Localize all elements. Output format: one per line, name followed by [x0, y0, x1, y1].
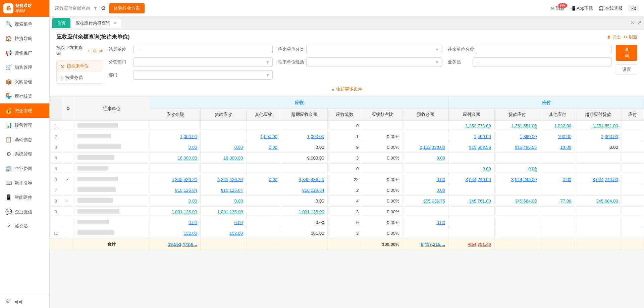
sidebar-item-system[interactable]: ⚙ 系统管理: [0, 147, 49, 161]
dept-manager-arrow: ▼: [265, 60, 270, 65]
main-area: 应收应付余额查询 ▼ ⚙ 体验行业方案 ✉ 消息 99+ 📲 App下载 🎧 在…: [50, 0, 644, 308]
scheme-nav-by-salesman[interactable]: ○ 按业务员: [57, 72, 103, 83]
add-scheme-icon[interactable]: ＋: [87, 48, 91, 54]
member-icon: ✓: [5, 223, 12, 229]
sidebar-item-operations[interactable]: 📊 经营管理: [0, 118, 49, 132]
basicinfo-icon: 📋: [5, 136, 12, 143]
col-advance-balance-header: 预收余额: [403, 109, 449, 121]
tab-home[interactable]: 首页: [52, 18, 70, 28]
col-overdue-recv-header: 超期应收金额: [281, 109, 328, 121]
breadcrumb-dropdown-icon[interactable]: ▼: [93, 6, 98, 11]
col-index-header: [50, 97, 62, 121]
by-salesman-icon: ○: [61, 75, 63, 80]
sidebar-item-enterprise[interactable]: 🏢 企业协同: [0, 161, 49, 176]
user-button[interactable]: Rit: [628, 5, 639, 11]
sidebar: 畅 畅捷通财 标准版 🔍 搜索菜单 🏠 快捷导航 📢 营销推广 🛒 销售管理 📦…: [0, 0, 50, 308]
collapse-scheme-icon[interactable]: ≪: [99, 48, 103, 53]
col-other-recv-header: 其他应收: [246, 109, 281, 121]
sidebar-collapse-icon[interactable]: ◀◀: [14, 298, 22, 305]
header-right: ✉ 消息 99+ 📲 App下载 🎧 在线客服 Rit: [551, 5, 639, 11]
sidebar-item-finance[interactable]: 💰 资金管理: [0, 103, 49, 118]
sidebar-settings-icon[interactable]: ⚙: [5, 298, 10, 305]
window-expand-icon[interactable]: ⤢: [637, 19, 641, 27]
sidebar-item-member[interactable]: ✓ 畅会员: [0, 219, 49, 233]
header-settings-icon[interactable]: ⚙: [101, 5, 106, 11]
partner-category-input[interactable]: ▼: [306, 45, 442, 54]
dept-manager-input[interactable]: ▼: [133, 57, 273, 67]
table-row: 2 1,000.00 1,000.00 1,000.00 1 0.00% 1,4…: [50, 131, 644, 142]
sidebar-item-wechat[interactable]: 💬 企业微信: [0, 205, 49, 219]
field-partner-nature: 往来单位性质 ▼: [278, 57, 442, 67]
table-row: 6 ↗ 4,345,436.20 4,345,436.20 0.00 4,345…: [50, 174, 644, 185]
dept-label: 部门: [109, 72, 131, 78]
dept-input[interactable]: ▼: [133, 70, 273, 80]
settlement-unit-input[interactable]: ···: [133, 45, 273, 54]
tab-bar: 首页 应收应付余额查询 × × ⤢: [50, 17, 644, 30]
dept-arrow: ▼: [265, 73, 270, 78]
window-close-icon[interactable]: ×: [631, 19, 634, 27]
filter-btn-area: 查询 设置: [616, 45, 637, 80]
tab-receivable-query[interactable]: 应收应付余额查询 ×: [70, 18, 121, 28]
partner-name-input[interactable]: [476, 45, 612, 54]
table-row: 11 152.00 152.00 101.00 3 0.00%: [50, 228, 644, 239]
table-container: ⚙ 往来单位 应收 应付 应收金额 贷款应收 其他应收 超期应收金额 应收笔数 …: [50, 97, 644, 308]
table-wrapper: ⚙ 往来单位 应收 应付 应收金额 贷款应收 其他应收 超期应收金额 应收笔数 …: [50, 97, 644, 250]
sidebar-item-guide[interactable]: 📖 新手引导: [0, 176, 49, 190]
message-icon: ✉: [551, 6, 554, 11]
export-icon: ⬆: [607, 35, 611, 40]
trial-button[interactable]: 体验行业方案: [109, 3, 145, 13]
data-table: ⚙ 往来单位 应收 应付 应收金额 贷款应收 其他应收 超期应收金额 应收笔数 …: [50, 97, 644, 250]
online-service-button[interactable]: 🎧 在线客服: [598, 5, 623, 11]
export-button[interactable]: ⬆ 导出: [607, 34, 621, 40]
content-actions: ⬆ 导出 ↻ 刷新: [607, 34, 637, 40]
field-dept-manager: 分管部门 ▼: [109, 57, 273, 67]
scheme-nav-by-partner[interactable]: ⊙ 按往来单位: [57, 60, 103, 72]
field-partner-name: 往来单位名称: [448, 45, 612, 54]
col-settings-header[interactable]: ⚙: [62, 97, 74, 121]
dept-manager-label: 分管部门: [109, 59, 131, 65]
col-loan-pay-header: 贷款应付: [494, 109, 540, 121]
col-partner-header: 往来单位: [74, 97, 150, 121]
partner-name-label: 往来单位名称: [448, 46, 474, 52]
logo-icon: 畅: [3, 3, 13, 13]
app-download-button[interactable]: 📲 App下载: [570, 5, 593, 11]
group-payable-header: 应付: [449, 97, 644, 109]
table-row: 7 810,126.64 810,126.64 810,126.64 2 0.0…: [50, 185, 644, 196]
sidebar-label-finance: 资金管理: [15, 108, 32, 114]
collapse-text: 收起更多条件: [336, 86, 362, 92]
field-settlement-unit: 结算单位 ···: [109, 45, 273, 54]
search-icon: 🔍: [5, 21, 12, 27]
partner-nature-input[interactable]: ▼: [306, 57, 442, 67]
service-label: 在线客服: [605, 5, 623, 11]
col-other-pay-header: 其他应付: [540, 109, 575, 121]
query-top: 按以下方案查询 ＋ ⊙ ≪ ⊙ 按往来单位 ○ 按业务员: [56, 45, 637, 84]
sidebar-item-basicinfo[interactable]: 📋 基础信息: [0, 132, 49, 147]
sidebar-item-hardware[interactable]: 📱 智能硬件: [0, 190, 49, 205]
sidebar-label-guide: 新手引导: [15, 180, 32, 186]
finance-icon: 💰: [5, 107, 12, 114]
guide-icon: 📖: [5, 180, 12, 186]
message-button[interactable]: ✉ 消息 99+: [551, 5, 565, 11]
refresh-button[interactable]: ↻ 刷新: [624, 34, 637, 40]
tab-close-icon[interactable]: ×: [114, 21, 116, 26]
sidebar-item-marketing[interactable]: 📢 营销推广: [0, 46, 49, 60]
system-icon: ⚙: [5, 151, 12, 157]
edit-scheme-icon[interactable]: ⊙: [93, 48, 97, 53]
footer-label: 合计: [74, 239, 150, 250]
by-salesman-label: 按业务员: [65, 75, 83, 81]
sidebar-item-inventory[interactable]: 🏪 库存核算: [0, 89, 49, 103]
sidebar-item-search[interactable]: 🔍 搜索菜单: [0, 17, 49, 31]
operations-icon: 📊: [5, 122, 12, 128]
salesman-input[interactable]: ···: [473, 57, 612, 67]
wechat-icon: 💬: [5, 209, 12, 215]
col-pay-extra-header: 应付: [622, 109, 644, 121]
collapse-row[interactable]: ∧ 收起更多条件: [56, 84, 637, 92]
query-button[interactable]: 查询: [616, 45, 637, 61]
sidebar-item-purchase[interactable]: 📦 采购管理: [0, 75, 49, 89]
setting-button[interactable]: 设置: [616, 64, 637, 75]
settlement-unit-dots: ···: [137, 47, 142, 52]
partner-nature-label: 往来单位性质: [278, 59, 304, 65]
footer-recv-total: 19,553,472,6...: [150, 239, 201, 250]
sidebar-item-quicknav[interactable]: 🏠 快捷导航: [0, 31, 49, 46]
sidebar-item-sales[interactable]: 🛒 销售管理: [0, 60, 49, 75]
